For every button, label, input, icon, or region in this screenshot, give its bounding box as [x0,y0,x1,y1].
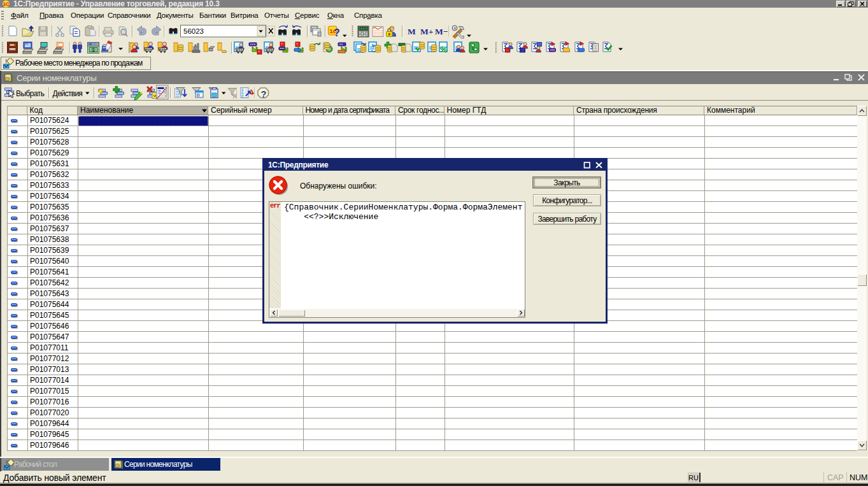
svg-text:Выбрать: Выбрать [16,89,45,98]
svg-text:$: $ [92,48,95,53]
svg-text:?: ? [334,27,340,38]
svg-text:M−: M− [435,27,448,36]
svg-text:1С: 1С [3,1,9,7]
svg-text:?: ? [261,89,267,99]
svg-text:Действия: Действия [53,89,83,98]
svg-text:M: M [408,27,416,36]
svg-text:56023: 56023 [183,27,204,35]
svg-text:M+: M+ [420,27,433,36]
